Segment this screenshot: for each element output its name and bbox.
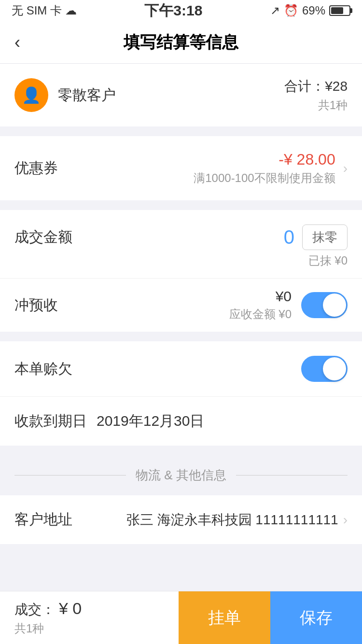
customer-summary: 合计：¥28 共1种 bbox=[284, 77, 348, 113]
logistics-header: 物流 & 其他信息 bbox=[0, 455, 362, 495]
battery-percent: 69% bbox=[302, 4, 325, 17]
address-chevron-icon: › bbox=[343, 512, 348, 528]
divider-right bbox=[236, 475, 348, 476]
prepay-label: 冲预收 bbox=[14, 295, 58, 315]
due-date-value: 2019年12月30日 bbox=[97, 411, 204, 431]
status-left: 无 SIM 卡 ☁ bbox=[12, 3, 77, 18]
avatar-icon: 👤 bbox=[22, 86, 41, 104]
customer-name: 零散客户 bbox=[58, 85, 116, 105]
bottom-bar: 成交： ¥ 0 共1种 挂单 保存 bbox=[0, 591, 362, 644]
address-label: 客户地址 bbox=[14, 510, 72, 530]
nav-bar: ‹ 填写结算等信息 bbox=[0, 21, 362, 64]
battery-icon bbox=[329, 5, 350, 16]
already-rounded-text: 已抹 ¥0 bbox=[0, 250, 362, 278]
prepay-toggle[interactable] bbox=[301, 292, 348, 318]
debt-section: 本单赊欠 收款到期日 2019年12月30日 bbox=[0, 341, 362, 446]
avatar: 👤 bbox=[14, 78, 48, 112]
coupon-row[interactable]: 优惠券 -¥ 28.00 满1000-100不限制使用金额 › bbox=[0, 136, 362, 200]
bottom-deal-line: 成交： ¥ 0 bbox=[14, 599, 164, 619]
sim-label: 无 SIM 卡 ☁ bbox=[12, 3, 77, 18]
coupon-values: -¥ 28.00 满1000-100不限制使用金额 bbox=[194, 151, 335, 186]
customer-total: 合计：¥28 bbox=[284, 77, 348, 96]
coupon-right: -¥ 28.00 满1000-100不限制使用金额 › bbox=[194, 151, 348, 186]
due-date-row: 收款到期日 2019年12月30日 bbox=[0, 396, 362, 446]
page-title: 填写结算等信息 bbox=[124, 31, 238, 54]
customer-count: 共1种 bbox=[284, 98, 348, 113]
status-right: ↗ ⏰ 69% bbox=[270, 4, 350, 17]
transaction-label: 成交金额 bbox=[14, 227, 72, 247]
round-zero-button[interactable]: 抹零 bbox=[302, 224, 348, 250]
status-time: 下午3:18 bbox=[144, 1, 202, 21]
transaction-right: 0 抹零 bbox=[275, 224, 348, 250]
debt-label: 本单赊欠 bbox=[14, 359, 72, 379]
due-date-label: 收款到期日 bbox=[14, 411, 87, 431]
transaction-amount[interactable]: 0 bbox=[275, 226, 294, 248]
prepay-amounts: ¥0 应收金额 ¥0 bbox=[229, 288, 292, 322]
bottom-count: 共1种 bbox=[14, 621, 164, 636]
prepay-amount: ¥0 bbox=[229, 288, 292, 305]
coupon-card: 优惠券 -¥ 28.00 满1000-100不限制使用金额 › bbox=[0, 136, 362, 200]
debt-row: 本单赊欠 bbox=[0, 341, 362, 396]
location-icon: ↗ bbox=[270, 4, 280, 17]
hang-order-button[interactable]: 挂单 bbox=[179, 591, 270, 644]
logistics-title: 物流 & 其他信息 bbox=[136, 467, 226, 484]
divider-left bbox=[14, 475, 126, 476]
debt-toggle[interactable] bbox=[301, 356, 348, 382]
address-right: 张三 海淀永丰科技园 11111111111 › bbox=[126, 511, 348, 529]
customer-row: 👤 零散客户 合计：¥28 共1种 bbox=[0, 64, 362, 126]
address-row[interactable]: 客户地址 张三 海淀永丰科技园 11111111111 › bbox=[0, 495, 362, 544]
chevron-right-icon: › bbox=[343, 161, 348, 176]
coupon-description: 满1000-100不限制使用金额 bbox=[194, 170, 335, 186]
address-value: 张三 海淀永丰科技园 11111111111 bbox=[126, 511, 338, 529]
transaction-row: 成交金额 0 抹零 bbox=[0, 210, 362, 250]
save-button[interactable]: 保存 bbox=[270, 591, 362, 644]
prepay-receivable: 应收金额 ¥0 bbox=[229, 307, 292, 322]
customer-info: 👤 零散客户 bbox=[14, 78, 116, 112]
coupon-discount: -¥ 28.00 bbox=[194, 151, 335, 168]
debt-toggle-knob bbox=[323, 357, 346, 380]
alarm-icon: ⏰ bbox=[284, 4, 298, 17]
back-button[interactable]: ‹ bbox=[14, 28, 25, 57]
toggle-knob bbox=[323, 294, 346, 317]
coupon-label: 优惠券 bbox=[14, 158, 58, 178]
prepay-right: ¥0 应收金额 ¥0 bbox=[229, 288, 348, 322]
prepay-row: 冲预收 ¥0 应收金额 ¥0 bbox=[0, 278, 362, 332]
transaction-section: 成交金额 0 抹零 已抹 ¥0 冲预收 ¥0 应收金额 ¥0 bbox=[0, 210, 362, 332]
content-area: 👤 零散客户 合计：¥28 共1种 优惠券 -¥ 28.00 满1000-100… bbox=[0, 64, 362, 602]
bottom-info: 成交： ¥ 0 共1种 bbox=[0, 599, 179, 636]
bottom-deal-label: 成交： bbox=[14, 601, 55, 619]
status-bar: 无 SIM 卡 ☁ 下午3:18 ↗ ⏰ 69% bbox=[0, 0, 362, 21]
bottom-deal-amount: ¥ 0 bbox=[59, 599, 82, 618]
